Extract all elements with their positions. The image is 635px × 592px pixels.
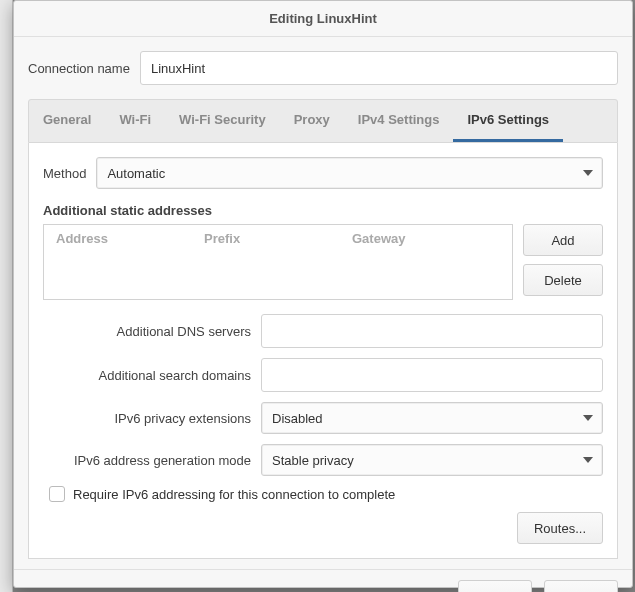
search-domains-input[interactable] [261, 358, 603, 392]
tab-ipv6-settings[interactable]: IPv6 Settings [453, 100, 563, 142]
add-button[interactable]: Add [523, 224, 603, 256]
privacy-extensions-label: IPv6 privacy extensions [43, 411, 251, 426]
routes-button[interactable]: Routes... [517, 512, 603, 544]
ipv6-settings-panel: Method Automatic Additional static addre… [28, 143, 618, 559]
tab-proxy[interactable]: Proxy [280, 100, 344, 142]
tab-wifi[interactable]: Wi-Fi [105, 100, 165, 142]
addresses-table[interactable]: Address Prefix Gateway [43, 224, 513, 300]
save-button[interactable]: Save [544, 580, 618, 592]
address-generation-mode-label: IPv6 address generation mode [43, 453, 251, 468]
tab-ipv4-settings[interactable]: IPv4 Settings [344, 100, 454, 142]
method-value: Automatic [107, 166, 165, 181]
dialog-title: Editing LinuxHint [14, 1, 632, 37]
tab-wifi-security[interactable]: Wi-Fi Security [165, 100, 280, 142]
require-ipv6-label: Require IPv6 addressing for this connect… [73, 487, 395, 502]
additional-static-addresses-title: Additional static addresses [43, 203, 603, 218]
chevron-down-icon [583, 157, 593, 189]
dialog-footer: Cancel Save [14, 569, 632, 592]
delete-button[interactable]: Delete [523, 264, 603, 296]
dialog: Editing LinuxHint Connection name Genera… [13, 0, 633, 588]
col-address: Address [56, 231, 204, 293]
privacy-extensions-select[interactable]: Disabled [261, 402, 603, 434]
dialog-content: Connection name General Wi-Fi Wi-Fi Secu… [14, 37, 632, 569]
privacy-extensions-value: Disabled [272, 411, 323, 426]
chevron-down-icon [583, 402, 593, 434]
cancel-button[interactable]: Cancel [458, 580, 532, 592]
dns-servers-label: Additional DNS servers [43, 324, 251, 339]
tab-general[interactable]: General [29, 100, 105, 142]
col-gateway: Gateway [352, 231, 500, 293]
col-prefix: Prefix [204, 231, 352, 293]
require-ipv6-checkbox[interactable] [49, 486, 65, 502]
tabs: General Wi-Fi Wi-Fi Security Proxy IPv4 … [28, 99, 618, 143]
chevron-down-icon [583, 444, 593, 476]
dns-servers-input[interactable] [261, 314, 603, 348]
method-label: Method [43, 166, 86, 181]
connection-name-input[interactable] [140, 51, 618, 85]
method-select[interactable]: Automatic [96, 157, 603, 189]
search-domains-label: Additional search domains [43, 368, 251, 383]
address-generation-mode-select[interactable]: Stable privacy [261, 444, 603, 476]
connection-name-label: Connection name [28, 61, 130, 76]
address-generation-mode-value: Stable privacy [272, 453, 354, 468]
